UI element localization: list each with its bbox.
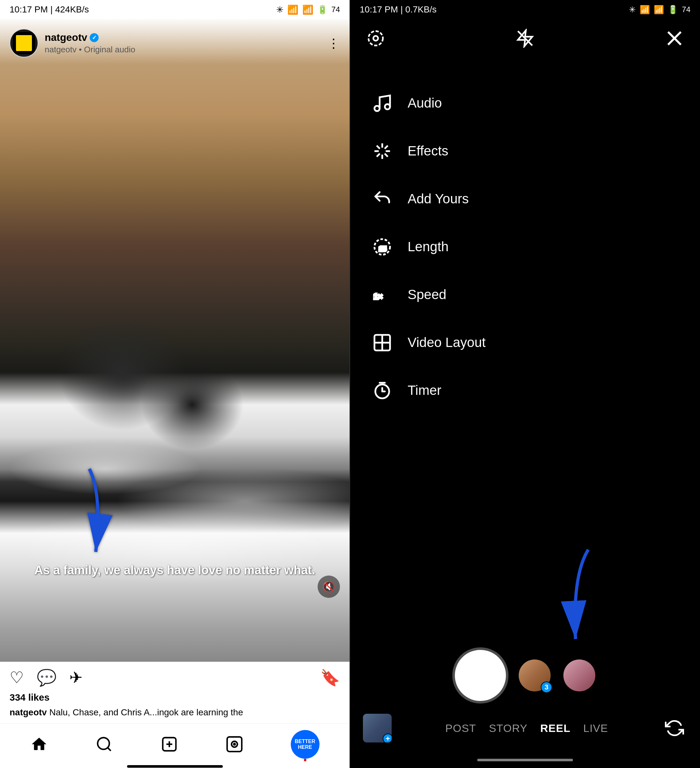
likes-count: 334 likes <box>10 692 340 703</box>
menu-list: Audio Effects <box>350 62 700 637</box>
notification-dot <box>304 759 307 761</box>
story-content: natgeotv ✓ natgeotv • Original audio ⋮ A… <box>0 19 350 662</box>
avatar-container[interactable]: 3 <box>519 659 551 691</box>
natgeo-logo <box>13 32 35 54</box>
menu-item-video-layout[interactable]: Video Layout <box>369 320 681 365</box>
tab-live[interactable]: LIVE <box>583 722 608 734</box>
bookmark-button[interactable]: 🔖 <box>320 669 340 687</box>
better-here-text: BETTERHERE <box>295 739 315 750</box>
bluetooth-icon: ✳ <box>276 5 283 15</box>
camera-settings-button[interactable] <box>366 29 385 52</box>
speed-icon: 1× <box>369 282 395 307</box>
verified-badge: ✓ <box>90 33 99 42</box>
more-options-button[interactable]: ⋮ <box>327 36 340 50</box>
flash-button[interactable] <box>516 29 535 52</box>
menu-item-length[interactable]: 15 Length <box>369 224 681 269</box>
video-layout-icon <box>369 330 395 355</box>
nav-search-button[interactable] <box>96 736 113 753</box>
home-indicator-bar-left <box>127 765 223 768</box>
gallery-plus-icon: + <box>383 734 392 742</box>
add-yours-icon <box>369 186 395 212</box>
add-yours-label: Add Yours <box>408 191 469 206</box>
menu-item-timer[interactable]: Timer <box>369 368 681 413</box>
camera-controls-row: 3 <box>350 643 700 707</box>
caption-overlay: As a family, we always have love no matt… <box>0 562 350 579</box>
menu-item-audio[interactable]: Audio <box>369 81 681 125</box>
tab-reel[interactable]: REEL <box>540 722 571 734</box>
bluetooth-icon-right: ✳ <box>629 5 636 15</box>
mode-tab-area: POST STORY REEL LIVE <box>392 722 662 734</box>
avatar-badge: 3 <box>541 682 552 693</box>
home-indicator-bar-right <box>477 759 573 761</box>
nav-profile-button[interactable]: BETTERHERE <box>291 730 320 759</box>
signal-icon: 📶 <box>287 5 299 15</box>
avatar-second[interactable] <box>563 659 595 691</box>
action-icons-row: ♡ 💬 ✈ 🔖 <box>10 669 340 687</box>
nav-create-button[interactable] <box>161 736 178 753</box>
signal-icon-right: 📶 <box>640 5 650 15</box>
effects-label: Effects <box>408 143 449 158</box>
comment-button[interactable]: 💬 <box>37 669 56 687</box>
svg-text:1×: 1× <box>374 292 382 301</box>
camera-bottom: 3 + POST STORY REEL LIVE <box>350 637 700 768</box>
svg-point-10 <box>374 36 378 41</box>
battery-icon-left: 🔋 <box>317 5 328 15</box>
home-indicator-left <box>0 765 350 768</box>
battery-level-left: 74 <box>331 5 340 14</box>
timer-label: Timer <box>408 383 441 398</box>
audio-icon <box>369 90 395 116</box>
status-icons-right: ✳ 📶 📶 🔋 74 <box>629 5 690 15</box>
nav-reels-button[interactable] <box>226 736 243 753</box>
svg-point-1 <box>97 738 109 749</box>
camera-top-bar <box>350 19 700 62</box>
post-user-info: natgeotv ✓ natgeotv • Original audio <box>45 32 327 54</box>
mode-tabs: + POST STORY REEL LIVE <box>350 707 700 752</box>
home-indicator-right <box>350 752 700 768</box>
svg-text:15: 15 <box>379 245 386 253</box>
gallery-thumbnail[interactable]: + <box>363 714 392 742</box>
left-panel: 10:17 PM | 424KB/s ✳ 📶 📶 🔋 74 natgeo <box>0 0 350 768</box>
post-header: natgeotv ✓ natgeotv • Original audio ⋮ <box>0 19 350 64</box>
share-button[interactable]: ✈ <box>69 669 83 687</box>
status-bar-right: 10:17 PM | 0.7KB/s ✳ 📶 📶 🔋 74 <box>350 0 700 19</box>
menu-item-speed[interactable]: 1× Speed <box>369 272 681 317</box>
like-button[interactable]: ♡ <box>10 669 24 687</box>
flip-camera-button[interactable] <box>662 715 687 741</box>
status-icons-left: ✳ 📶 📶 🔋 74 <box>276 5 340 15</box>
post-actions-bar: ♡ 💬 ✈ 🔖 334 likes natgeotv Nalu, Chase, … <box>0 662 350 723</box>
video-layout-label: Video Layout <box>408 335 486 350</box>
bottom-nav: BETTERHERE <box>0 723 350 765</box>
tab-story[interactable]: STORY <box>489 722 527 734</box>
signal-icon-right-2: 📶 <box>654 5 664 15</box>
length-label: Length <box>408 239 449 254</box>
menu-item-effects[interactable]: Effects <box>369 129 681 173</box>
svg-point-15 <box>374 106 380 111</box>
length-icon: 15 <box>369 234 395 259</box>
post-subtitle: natgeotv • Original audio <box>45 45 327 54</box>
mute-button[interactable]: 🔇 <box>318 576 340 598</box>
tab-post[interactable]: POST <box>445 722 476 734</box>
status-time-left: 10:17 PM | 424KB/s <box>10 5 89 15</box>
battery-level-right: 74 <box>682 5 690 14</box>
status-bar-left: 10:17 PM | 424KB/s ✳ 📶 📶 🔋 74 <box>0 0 350 19</box>
signal-icon-2: 📶 <box>302 5 313 15</box>
svg-line-23 <box>385 146 388 149</box>
timer-icon <box>369 378 395 403</box>
close-button[interactable] <box>665 29 684 52</box>
post-username[interactable]: natgeotv ✓ <box>45 32 327 43</box>
svg-point-9 <box>369 31 383 46</box>
shutter-button[interactable] <box>455 650 506 701</box>
caption-username: natgeotv <box>10 707 47 717</box>
username-text: natgeotv <box>45 32 87 43</box>
battery-icon-right: 🔋 <box>668 5 678 15</box>
speed-label: Speed <box>408 287 446 302</box>
caption-text-preview: Nalu, Chase, and Chris A...ingok are lea… <box>49 707 243 717</box>
status-time-right: 10:17 PM | 0.7KB/s <box>360 5 437 15</box>
svg-point-8 <box>234 743 235 745</box>
svg-line-22 <box>385 154 388 157</box>
nav-home-button[interactable] <box>30 736 48 753</box>
avatar[interactable] <box>10 29 38 58</box>
menu-item-add-yours[interactable]: Add Yours <box>369 176 681 221</box>
svg-point-16 <box>385 104 390 109</box>
better-here-badge: BETTERHERE <box>291 730 320 759</box>
